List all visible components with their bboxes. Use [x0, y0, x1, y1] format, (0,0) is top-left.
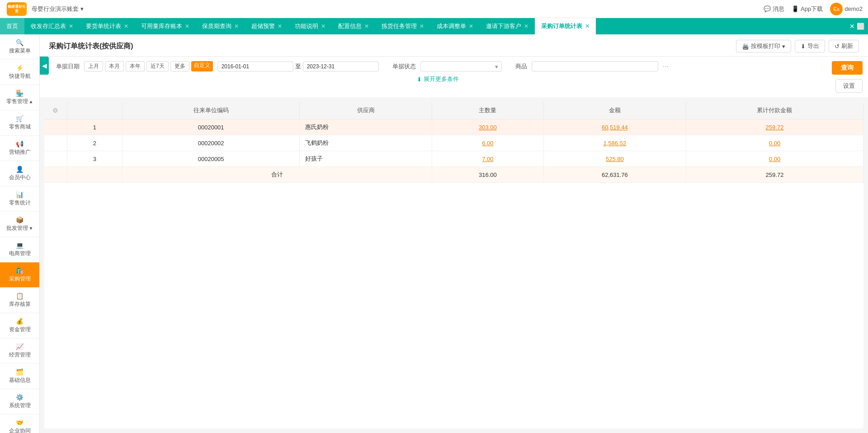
tab-available-inventory[interactable]: 可用量库存账本 ✕ — [135, 18, 196, 34]
cell-index: 2 — [67, 135, 123, 151]
sidebar-item-ecommerce[interactable]: 💻 电商管理 — [0, 237, 39, 262]
close-tab-receive[interactable]: ✕ — [69, 23, 73, 29]
table-area: ⚙ 往来单位编码 供应商 主数量 金额 累计付款金额 1 00020001 惠氏… — [44, 102, 863, 428]
close-tab-overstock[interactable]: ✕ — [278, 23, 282, 29]
user-profile[interactable]: Ea demo2 — [830, 3, 863, 15]
cell-paid: 0.00 — [686, 135, 863, 151]
tab-receive-summary[interactable]: 收发存汇总表 ✕ — [24, 18, 80, 34]
goods-input[interactable] — [532, 61, 658, 71]
gear-icon[interactable]: ⚙ — [52, 107, 58, 114]
cell-quantity: 7.00 — [432, 151, 543, 167]
table-row[interactable]: 1 00020001 惠氏奶粉 303.00 60,519.44 259.72 — [44, 119, 863, 135]
cell-unit-code: 00020005 — [123, 151, 300, 167]
table-row[interactable]: 2 00020002 飞鹤奶粉 6.00 1,586.52 0.00 — [44, 135, 863, 151]
expand-more-row: ⬇ 展开更多条件 — [56, 75, 819, 83]
cell-quantity: 6.00 — [432, 135, 543, 151]
refresh-button[interactable]: ↺ 刷新 — [829, 40, 859, 52]
close-tab-function[interactable]: ✕ — [321, 23, 326, 29]
top-bar-left: 畅捷通好生意 母婴行业演示账套 ▾ — [5, 1, 84, 17]
data-table: ⚙ 往来单位编码 供应商 主数量 金额 累计付款金额 1 00020001 惠氏… — [44, 102, 863, 183]
tab-config[interactable]: 配置信息 ✕ — [332, 18, 375, 34]
maximize-icon[interactable]: ⬜ — [857, 23, 864, 30]
close-tab-pick[interactable]: ✕ — [420, 23, 424, 29]
cell-unit-code: 00020001 — [123, 119, 300, 135]
top-bar-right: 💬 消息 📱 App下载 Ea demo2 — [764, 3, 863, 15]
custom-date-badge: 自定义 — [191, 61, 213, 71]
footer-index-cell — [67, 167, 123, 183]
sidebar-item-marketing[interactable]: 📢 营销推广 — [0, 136, 39, 161]
sidebar-item-search[interactable]: 🔍 搜索菜单 — [0, 34, 39, 60]
finance-icon: 💰 — [16, 318, 24, 325]
close-tab-invite[interactable]: ✕ — [524, 23, 528, 29]
footer-paid-cell: 259.72 — [686, 167, 863, 183]
tab-warranty[interactable]: 保质期查询 ✕ — [196, 18, 245, 34]
print-button[interactable]: 🖨️ 按模板打印 ▾ — [736, 40, 791, 52]
company-selector[interactable]: 母婴行业演示账套 ▾ — [32, 5, 84, 13]
sidebar-item-enterprise-collab[interactable]: 🤝 企业协同 — [0, 414, 39, 433]
ecommerce-icon: 💻 — [16, 242, 24, 249]
sidebar-item-member-center[interactable]: 👤 会员中心 — [0, 161, 39, 186]
sidebar-item-business[interactable]: 📈 经营管理 — [0, 338, 39, 364]
sidebar-item-finance[interactable]: 💰 资金管理 — [0, 313, 39, 338]
business-icon: 📈 — [16, 343, 24, 350]
tab-controls: ✕ ⬜ — [849, 23, 868, 30]
sidebar-item-inventory-check[interactable]: 📋 库存核算 — [0, 288, 39, 313]
close-tab-cost[interactable]: ✕ — [469, 23, 473, 29]
tab-order-summary[interactable]: 要货单统计表 ✕ — [80, 18, 135, 34]
date-this-year[interactable]: 本年 — [126, 61, 145, 71]
tab-function[interactable]: 功能说明 ✕ — [288, 18, 332, 34]
tab-invite[interactable]: 邀请下游客户 ✕ — [480, 18, 535, 34]
marketing-icon: 📢 — [16, 140, 24, 148]
sidebar-item-quick-nav[interactable]: ⚡ 快捷导航 — [0, 60, 39, 85]
filter-collapse-button[interactable]: ◀ — [40, 57, 49, 75]
page-actions: 🖨️ 按模板打印 ▾ ⬇ 导出 ↺ 刷新 — [736, 40, 859, 52]
query-button[interactable]: 查询 — [832, 61, 863, 75]
tab-pick-task[interactable]: 拣货任务管理 ✕ — [375, 18, 430, 34]
sidebar-item-basic-info[interactable]: 🗂️ 基础信息 — [0, 364, 39, 389]
table-row[interactable]: 3 00020005 好孩子 7.00 525.80 0.00 — [44, 151, 863, 167]
tab-cost-adjust[interactable]: 成本调整单 ✕ — [430, 18, 480, 34]
wholesale-expand-icon: ▼ — [29, 226, 33, 231]
sidebar-item-wholesale[interactable]: 📦 批发管理 ▼ — [0, 212, 39, 237]
main-layout: 🔍 搜索菜单 ⚡ 快捷导航 🏪 零售管理 ▲ 🛒 零售商城 📢 营销推广 👤 会… — [0, 34, 868, 433]
expand-more-button[interactable]: ⬇ 展开更多条件 — [417, 75, 459, 83]
tab-purchase-summary[interactable]: 采购订单统计表 ✕ — [535, 18, 596, 34]
close-all-tabs-icon[interactable]: ✕ — [849, 23, 855, 30]
tab-home[interactable]: 首页 — [0, 18, 24, 34]
date-more[interactable]: 更多 — [170, 61, 189, 71]
close-tab-warranty[interactable]: ✕ — [234, 23, 239, 29]
tab-overstock[interactable]: 超储预警 ✕ — [245, 18, 288, 34]
cell-supplier: 飞鹤奶粉 — [300, 135, 432, 151]
cell-quantity: 303.00 — [432, 119, 543, 135]
setting-button[interactable]: 设置 — [835, 79, 863, 93]
close-tab-config[interactable]: ✕ — [364, 23, 369, 29]
page-title: 采购订单统计表(按供应商) — [49, 42, 133, 51]
export-button[interactable]: ⬇ 导出 — [795, 40, 825, 52]
app-download-button[interactable]: 📱 App下载 — [792, 5, 823, 13]
date-this-month[interactable]: 本月 — [105, 61, 124, 71]
sidebar-item-purchase-mgmt[interactable]: 🛍️ 采购管理 — [0, 262, 39, 288]
wholesale-icon: 📦 — [16, 216, 24, 224]
sidebar-item-retail-stats[interactable]: 📊 零售统计 — [0, 186, 39, 212]
footer-label-cell: 合计 — [123, 167, 432, 183]
status-select-wrapper — [420, 61, 502, 71]
close-tab-purchase[interactable]: ✕ — [585, 23, 590, 29]
message-icon: 💬 — [764, 5, 771, 12]
system-icon: ⚙️ — [16, 394, 24, 401]
cell-settings — [44, 135, 67, 151]
status-select[interactable] — [420, 61, 502, 71]
sidebar-item-retail-mgmt[interactable]: 🏪 零售管理 ▲ — [0, 85, 39, 110]
goods-more-icon[interactable]: ··· — [663, 62, 669, 71]
sidebar-item-retail-store[interactable]: 🛒 零售商城 — [0, 110, 39, 136]
export-icon: ⬇ — [801, 43, 806, 50]
message-button[interactable]: 💬 消息 — [764, 5, 784, 13]
date-to-input[interactable] — [303, 62, 379, 71]
date-from-input[interactable] — [217, 62, 293, 71]
footer-quantity-cell: 316.00 — [432, 167, 543, 183]
close-tab-inventory[interactable]: ✕ — [185, 23, 189, 29]
date-last-month[interactable]: 上月 — [84, 61, 103, 71]
th-quantity: 主数量 — [432, 102, 543, 119]
close-tab-order[interactable]: ✕ — [124, 23, 128, 29]
sidebar-item-system[interactable]: ⚙️ 系统管理 — [0, 389, 39, 414]
date-last-7-days[interactable]: 近7天 — [146, 61, 169, 71]
